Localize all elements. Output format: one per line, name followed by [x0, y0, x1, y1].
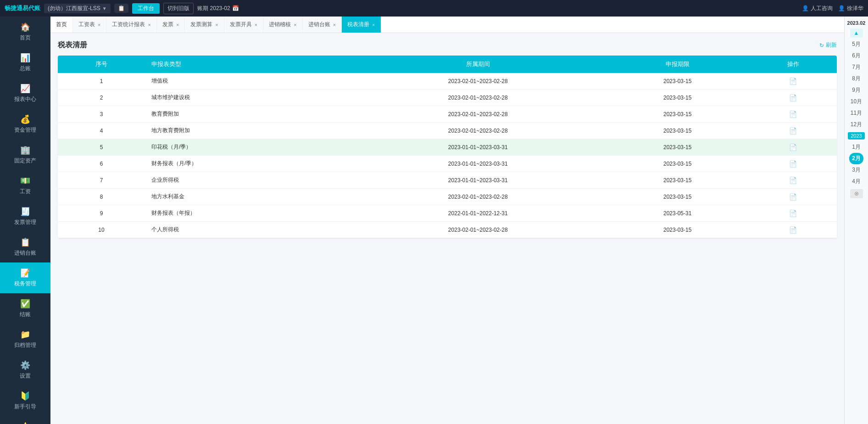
tab-purchase-verify[interactable]: 进销稽核×: [263, 17, 302, 33]
cell-period: 2023-01-01~2023-03-31: [351, 139, 605, 156]
cell-action[interactable]: 📄: [750, 123, 837, 139]
sidebar: 🏠首页📊总账📈报表中心💰资金管理🏢固定资产💵工资🧾发票管理📋进销台账📝税务管理✅…: [0, 17, 50, 424]
close-tab-invoice-calc[interactable]: ×: [215, 22, 218, 28]
panel-month[interactable]: 10月: [848, 96, 865, 107]
cell-action[interactable]: 📄: [750, 89, 837, 106]
sidebar-item-guide[interactable]: 🔰新手引导: [0, 385, 50, 416]
cell-period: 2023-02-01~2023-02-28: [351, 123, 605, 139]
table-row: 8 地方水利基金 2023-02-01~2023-02-28 2023-03-1…: [58, 189, 837, 205]
panel-month[interactable]: 8月: [848, 73, 865, 84]
switch-version-button[interactable]: 切到旧版: [163, 3, 194, 14]
sidebar-item-purchase-sales[interactable]: 📋进销台账: [0, 232, 50, 262]
table-row: 3 教育费附加 2023-02-01~2023-02-28 2023-03-15…: [58, 106, 837, 123]
period-display: 账期 2023-02 📅: [197, 5, 239, 12]
sidebar-item-fund-mgmt[interactable]: 💰资金管理: [0, 109, 50, 139]
panel-month[interactable]: 5月: [848, 39, 865, 50]
action-icon[interactable]: 📄: [789, 111, 797, 118]
tab-home[interactable]: 首页: [50, 17, 73, 33]
sidebar-item-home[interactable]: 🏠首页: [0, 17, 50, 47]
tab-label-invoice-open: 发票开具: [230, 21, 252, 28]
top-bar-right: 👤 人工咨询 👤 徐泽华: [802, 5, 863, 12]
close-tab-invoice[interactable]: ×: [176, 22, 179, 28]
sidebar-item-invoice-mgmt[interactable]: 🧾发票管理: [0, 201, 50, 232]
table-row: 6 财务报表（月/季） 2023-01-01~2023-03-31 2023-0…: [58, 156, 837, 172]
user-service-btn[interactable]: 👤 人工咨询: [802, 5, 833, 12]
user-menu[interactable]: 👤 徐泽华: [838, 5, 863, 12]
app-logo: 畅捷通易代账: [5, 4, 40, 12]
cell-action[interactable]: 📄: [750, 156, 837, 172]
close-tab-payroll-report[interactable]: ×: [148, 22, 150, 28]
action-icon[interactable]: 📄: [789, 177, 797, 184]
tab-payroll-table[interactable]: 工资表×: [73, 17, 106, 33]
sidebar-item-report-center[interactable]: 📈报表中心: [0, 78, 50, 109]
sidebar-item-tax-mgmt[interactable]: 📝税务管理: [0, 262, 50, 293]
sidebar-item-fixed-assets[interactable]: 🏢固定资产: [0, 139, 50, 170]
action-icon[interactable]: 📄: [789, 144, 797, 151]
close-tab-invoice-open[interactable]: ×: [255, 22, 257, 28]
tab-label-invoice-calc: 发票测算: [190, 21, 212, 28]
cell-no: 6: [58, 156, 145, 172]
action-icon[interactable]: 📄: [789, 160, 797, 167]
sidebar-item-settlement[interactable]: ✅结账: [0, 293, 50, 324]
cell-action[interactable]: 📄: [750, 106, 837, 123]
refresh-button[interactable]: ↻ 刷新: [819, 41, 837, 49]
tab-purchase-ledger[interactable]: 进销台账×: [303, 17, 342, 33]
cell-action[interactable]: 📄: [750, 222, 837, 238]
action-icon[interactable]: 📄: [789, 78, 797, 85]
cell-action[interactable]: 📄: [750, 172, 837, 189]
table-row: 9 财务报表（年报） 2022-01-01~2022-12-31 2023-05…: [58, 205, 837, 222]
panel-month[interactable]: 9月: [848, 84, 865, 96]
panel-month-2023-1[interactable]: 1月: [849, 141, 863, 153]
workbench-button[interactable]: 工作台: [132, 3, 160, 14]
cell-type: 个人所得税: [145, 222, 351, 238]
cell-action[interactable]: 📄: [750, 189, 837, 205]
company-selector[interactable]: (勿动）江西服宜-LSS ▼: [44, 4, 111, 13]
action-icon[interactable]: 📄: [789, 226, 797, 234]
settlement-icon: ✅: [20, 299, 30, 309]
cell-no: 2: [58, 89, 145, 106]
panel-up-button[interactable]: ▲: [850, 28, 863, 38]
cell-action[interactable]: 📄: [750, 205, 837, 222]
cell-no: 4: [58, 123, 145, 139]
sidebar-item-payroll[interactable]: 💵工资: [0, 170, 50, 201]
cell-action[interactable]: 📄: [750, 73, 837, 89]
close-tab-tax-list[interactable]: ×: [372, 22, 375, 28]
cell-action[interactable]: 📄: [750, 139, 837, 156]
action-icon[interactable]: 📄: [789, 127, 797, 134]
table-row: 5 印花税（月/季） 2023-01-01~2023-03-31 2023-03…: [58, 139, 837, 156]
sidebar-item-archive-mgmt[interactable]: 📁归档管理: [0, 324, 50, 355]
panel-month[interactable]: 12月: [848, 119, 865, 130]
member-icon: ⭐: [20, 422, 30, 424]
panel-month-2023-2[interactable]: 2月: [849, 153, 863, 164]
cell-deadline: 2023-03-15: [605, 123, 750, 139]
close-tab-payroll-table[interactable]: ×: [98, 22, 100, 28]
sidebar-item-general-ledger[interactable]: 📊总账: [0, 47, 50, 78]
tab-payroll-report[interactable]: 工资统计报表×: [106, 17, 156, 33]
company-dropdown-icon: ▼: [102, 6, 107, 11]
panel-month[interactable]: 7月: [848, 61, 865, 73]
tab-tax-list[interactable]: 税表清册×: [342, 17, 381, 33]
action-icon[interactable]: 📄: [789, 210, 797, 217]
copy-icon-btn[interactable]: 📋: [114, 4, 128, 13]
close-tab-purchase-ledger[interactable]: ×: [333, 22, 336, 28]
panel-month[interactable]: 6月: [848, 50, 865, 61]
action-icon[interactable]: 📄: [789, 94, 797, 101]
action-icon[interactable]: 📄: [789, 193, 797, 201]
panel-close-button[interactable]: ⊗: [850, 189, 863, 198]
panel-month-2023-3[interactable]: 3月: [849, 164, 863, 176]
tab-invoice-open[interactable]: 发票开具×: [224, 17, 263, 33]
tab-invoice[interactable]: 发票×: [157, 17, 185, 33]
tab-label-invoice: 发票: [162, 21, 173, 28]
cell-deadline: 2023-03-15: [605, 222, 750, 238]
panel-month[interactable]: 11月: [848, 107, 865, 119]
calendar-icon[interactable]: 📅: [232, 5, 239, 11]
tab-invoice-calc[interactable]: 发票测算×: [185, 17, 224, 33]
cell-no: 10: [58, 222, 145, 238]
sidebar-item-settings[interactable]: ⚙️设置: [0, 355, 50, 385]
panel-month-2023-4[interactable]: 4月: [849, 176, 863, 187]
cell-no: 9: [58, 205, 145, 222]
sidebar-item-member[interactable]: ⭐畅会员: [0, 416, 50, 424]
close-tab-purchase-verify[interactable]: ×: [294, 22, 296, 28]
cell-period: 2023-02-01~2023-02-28: [351, 89, 605, 106]
content-area: 首页工资表×工资统计报表×发票×发票测算×发票开具×进销稽核×进销台账×税表清册…: [50, 17, 844, 424]
